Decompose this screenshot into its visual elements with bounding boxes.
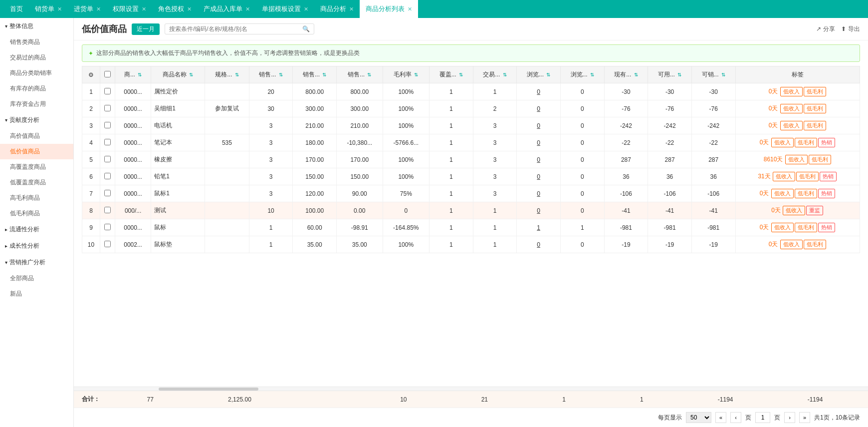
row-select-checkbox[interactable] [104,156,111,162]
row-select-checkbox[interactable] [104,207,111,213]
th-sales2[interactable]: 销售... ⇅ [293,66,337,83]
browse-link[interactable]: 0 [537,156,540,163]
nav-sales-order[interactable]: 销货单 ✕ [29,0,68,18]
close-icon[interactable]: ✕ [96,6,101,12]
sidebar-item-sales-products[interactable]: 销售类商品 [0,34,73,50]
sidebar-item-stock-capital[interactable]: 库存资金占用 [0,96,73,112]
sidebar-item-high-margin[interactable]: 高毛利商品 [0,190,73,206]
sidebar-item-new-products[interactable]: 新品 [0,286,73,302]
row-checkbox-cell[interactable] [100,168,115,185]
row-checkbox-cell[interactable] [100,202,115,219]
sidebar-item-low-margin[interactable]: 低毛利商品 [0,206,73,221]
row-select-checkbox[interactable] [104,190,111,196]
export-btn[interactable]: ⬆ 导出 [841,25,860,33]
page-number-input[interactable] [755,412,770,423]
row-select-checkbox[interactable] [104,173,111,179]
row-spec [205,236,249,253]
th-sellable-stock[interactable]: 可销... ⇅ [691,66,735,83]
select-all-checkbox[interactable] [104,71,111,77]
sidebar-section-liquidity[interactable]: ▸ 流通性分析 [0,221,73,238]
browse-link[interactable]: 0 [537,88,540,95]
browse-link[interactable]: 0 [537,241,540,248]
row-select-checkbox[interactable] [104,139,111,145]
th-spec[interactable]: 规格... ⇅ [205,66,249,83]
th-current-stock[interactable]: 现有... ⇅ [604,66,648,83]
sidebar-section-contribution[interactable]: ▾ 贡献度分析 [0,112,73,128]
close-icon[interactable]: ✕ [245,6,250,12]
browse-link[interactable]: 1 [537,224,540,231]
th-margin-rate[interactable]: 毛利率 ⇅ [383,66,430,83]
th-name[interactable]: 商品名称 ⇅ [151,66,205,83]
first-page-btn[interactable]: « [715,412,726,423]
row-checkbox-cell[interactable] [100,236,115,253]
row-select-checkbox[interactable] [104,224,111,230]
th-sales1[interactable]: 销售... ⇅ [249,66,293,83]
browse-link[interactable]: 0 [537,190,540,197]
close-icon[interactable]: ✕ [304,6,308,12]
th-coverage[interactable]: 覆盖... ⇅ [430,66,473,83]
browse-link[interactable]: 0 [537,207,540,214]
close-icon[interactable]: ✕ [408,6,412,12]
prev-page-btn[interactable]: ‹ [730,412,741,423]
next-page-btn[interactable]: › [784,412,795,423]
close-icon[interactable]: ✕ [349,6,354,12]
nav-permissions[interactable]: 权限设置 ✕ [107,0,152,18]
row-checkbox-cell[interactable] [100,100,115,117]
per-page-select[interactable]: 50 100 200 [686,412,711,423]
row-checkbox-cell[interactable] [100,219,115,236]
nav-home[interactable]: 首页 [4,0,29,18]
th-browse2[interactable]: 浏览... ⇅ [560,66,604,83]
sidebar-item-in-stock-products[interactable]: 有库存的商品 [0,81,73,96]
row-select-checkbox[interactable] [104,105,111,111]
row-current-stock: -19 [604,236,648,253]
row-checkbox-cell[interactable] [100,151,115,168]
row-checkbox-cell[interactable] [100,83,115,100]
browse-link[interactable]: 0 [537,122,540,129]
th-sales3[interactable]: 销售... ⇅ [337,66,383,83]
nav-purchase-order[interactable]: 进货单 ✕ [68,0,107,18]
th-browse1[interactable]: 浏览... ⇅ [517,66,561,83]
sidebar-item-category-sales-rate[interactable]: 商品分类助销率 [0,65,73,81]
th-transaction[interactable]: 交易... ⇅ [473,66,517,83]
row-checkbox-cell[interactable] [100,117,115,134]
row-select-checkbox[interactable] [104,122,111,128]
sidebar-item-low-value[interactable]: 低价值商品 [0,144,73,159]
row-checkbox-cell[interactable] [100,185,115,202]
close-icon[interactable]: ✕ [57,6,62,12]
sidebar-item-low-coverage[interactable]: 低覆盖度商品 [0,175,73,190]
row-browse1: 0 [517,185,561,202]
nav-product-analysis-list[interactable]: 商品分析列表 ✕ [360,0,418,18]
nav-product-warehouse[interactable]: 产成品入库单 ✕ [198,0,256,18]
sidebar-section-growth[interactable]: ▸ 成长性分析 [0,238,73,254]
nav-product-analysis[interactable]: 商品分析 ✕ [314,0,360,18]
close-icon[interactable]: ✕ [142,6,146,12]
search-icon[interactable]: 🔍 [302,25,310,32]
sidebar-item-traded-products[interactable]: 交易过的商品 [0,50,73,65]
scrollbar-thumb[interactable] [159,388,258,391]
browse-link[interactable]: 0 [537,105,540,112]
share-btn[interactable]: ↗ 分享 [816,25,835,33]
th-code[interactable]: 商... ⇅ [115,66,151,83]
nav-template-settings[interactable]: 单据模板设置 ✕ [256,0,314,18]
row-checkbox-cell[interactable] [100,134,115,151]
th-settings[interactable]: ⚙ [82,66,100,83]
sidebar-item-high-value[interactable]: 高价值商品 [0,128,73,144]
search-input[interactable] [169,25,300,32]
row-select-checkbox[interactable] [104,88,111,94]
pagination: 每页显示 50 100 200 « ‹ 页 页 › » 共1页，10条记录 [74,408,868,427]
sidebar-item-all-products[interactable]: 全部商品 [0,271,73,286]
sidebar-section-overall[interactable]: ▾ 整体信息 [0,18,73,34]
nav-role-auth[interactable]: 角色授权 ✕ [152,0,198,18]
row-select-checkbox[interactable] [104,241,111,247]
close-icon[interactable]: ✕ [187,6,192,12]
th-available-stock[interactable]: 可用... ⇅ [648,66,692,83]
last-page-btn[interactable]: » [799,412,810,423]
sidebar-section-marketing[interactable]: ▾ 营销推广分析 [0,254,73,271]
sidebar-item-high-coverage[interactable]: 高覆盖度商品 [0,159,73,175]
browse-link[interactable]: 0 [537,139,540,146]
sidebar-collapse-btn[interactable]: ‹ [73,28,74,48]
row-sales-qty: 10 [249,202,293,219]
time-filter-btn[interactable]: 近一月 [132,23,160,35]
horizontal-scrollbar[interactable] [74,387,868,391]
browse-link[interactable]: 0 [537,173,540,180]
